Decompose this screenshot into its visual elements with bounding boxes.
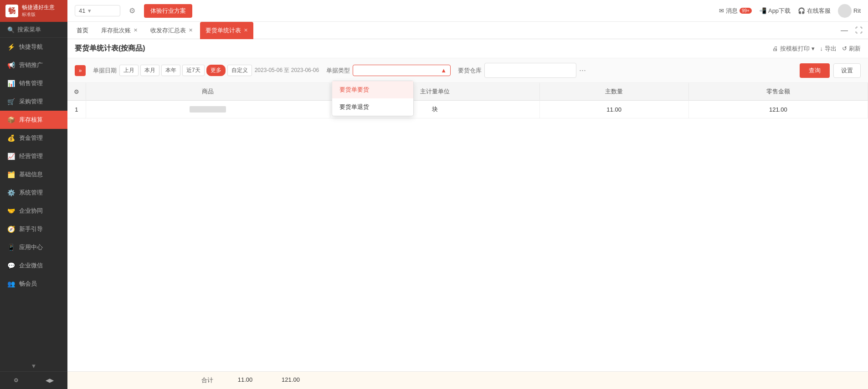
- sidebar-item-operation[interactable]: 📈 经营管理: [0, 147, 67, 165]
- sidebar-item-label: 应用中心: [19, 243, 43, 251]
- type-filter-input[interactable]: [353, 65, 437, 76]
- refresh-icon: ↺: [842, 45, 847, 52]
- sidebar-settings-btn[interactable]: ⚙: [10, 375, 22, 385]
- date-range-text: 2023-05-06 至 2023-06-06: [255, 67, 319, 74]
- sidebar-item-marketing[interactable]: 📢 营销推广: [0, 56, 67, 74]
- main-area: 41 ▾ ⚙ 体验行业方案 ✉ 消息 99+ 📲 App下载 🎧 在线客服 R: [67, 0, 868, 389]
- table-footer: 合计 11.00 121.00: [67, 371, 868, 389]
- search-icon: 🔍: [7, 26, 15, 33]
- close-icon[interactable]: ✕: [134, 27, 138, 33]
- sidebar-item-system[interactable]: ⚙️ 系统管理: [0, 184, 67, 202]
- table-row: 1 块 11.00 121.00: [67, 101, 868, 118]
- footer-total-quantity: 11.00: [222, 376, 268, 384]
- col-unit-label: 主计量单位: [420, 88, 450, 95]
- chevron-up-icon[interactable]: ▲: [437, 65, 450, 76]
- query-btn[interactable]: 查询: [800, 63, 830, 78]
- filter-expand-btn[interactable]: »: [75, 65, 86, 76]
- tabs-minimize-btn[interactable]: —: [839, 25, 850, 36]
- member-icon: 👥: [6, 279, 15, 288]
- warehouse-filter-group: 要货仓库 ···: [458, 63, 586, 78]
- date-filter-group: 单据日期 上月 本月 本年 近7天 更多 自定义 2023-05-06 至 20…: [93, 65, 319, 76]
- inventory-icon: 📦: [6, 115, 15, 124]
- type-filter-input-wrap: ▲: [353, 65, 451, 76]
- sidebar-nav: ⚡ 快捷导航 📢 营销推广 📊 销售管理 🛒 采购管理 📦 库存核算 💰 资金管…: [0, 38, 67, 361]
- sidebar-item-wechat[interactable]: 💬 企业微信: [0, 256, 67, 275]
- tab-home[interactable]: 首页: [71, 22, 94, 39]
- tab-batch-account[interactable]: 库存批次账 ✕: [96, 22, 143, 39]
- quick-nav-icon: ⚡: [6, 42, 15, 51]
- sidebar-item-finance[interactable]: 💰 资金管理: [0, 129, 67, 147]
- export-btn[interactable]: ↓ 导出: [820, 45, 837, 53]
- sidebar-item-appstore[interactable]: 📱 应用中心: [0, 238, 67, 256]
- trial-btn[interactable]: 体验行业方案: [144, 4, 192, 18]
- column-settings-icon[interactable]: ⚙: [74, 88, 79, 95]
- amount-value: 121.00: [769, 106, 787, 113]
- tabs-maximize-btn[interactable]: ⛶: [853, 25, 864, 36]
- warehouse-input[interactable]: [488, 65, 572, 76]
- sidebar-item-member[interactable]: 👥 畅会员: [0, 275, 67, 293]
- sidebar-item-basic[interactable]: 🗂️ 基础信息: [0, 165, 67, 184]
- message-btn[interactable]: ✉ 消息 99+: [719, 7, 752, 15]
- avatar: [838, 4, 852, 18]
- sidebar-item-inventory[interactable]: 📦 库存核算: [0, 111, 67, 129]
- system-icon: ⚙️: [6, 188, 15, 197]
- wechat-icon: 💬: [6, 261, 15, 270]
- more-filters-icon[interactable]: ···: [579, 66, 586, 75]
- filter-settings-btn[interactable]: 设置: [833, 63, 861, 78]
- sidebar-item-sales[interactable]: 📊 销售管理: [0, 74, 67, 92]
- refresh-btn[interactable]: ↺ 刷新: [842, 45, 861, 53]
- sidebar-scroll-down[interactable]: ▼: [0, 361, 67, 371]
- tabs-actions: — ⛶: [839, 25, 864, 36]
- col-quantity-label: 主数量: [605, 88, 623, 95]
- message-icon: ✉: [719, 7, 724, 14]
- tab-order-summary[interactable]: 要货单统计表 ✕: [200, 22, 253, 39]
- sidebar-item-quick-nav[interactable]: ⚡ 快捷导航: [0, 38, 67, 56]
- col-settings[interactable]: ⚙: [67, 83, 86, 101]
- col-amount: 零售金额: [688, 83, 868, 101]
- sidebar-collapse-btn[interactable]: ◀▶: [42, 375, 57, 385]
- print-template-btn[interactable]: 🖨 按模板打印 ▾: [772, 45, 815, 53]
- sidebar-item-enterprise[interactable]: 🤝 企业协同: [0, 202, 67, 220]
- search-menu-btn[interactable]: 🔍 搜索菜单: [0, 22, 67, 38]
- date-btn-more[interactable]: 更多: [206, 65, 226, 76]
- tab-receive-summary-label: 收发存汇总表: [150, 26, 186, 35]
- close-icon[interactable]: ✕: [244, 27, 248, 33]
- print-label: 按模板打印: [780, 45, 810, 53]
- tabs-bar: 首页 库存批次账 ✕ 收发存汇总表 ✕ 要货单统计表 ✕ — ⛶: [67, 22, 868, 39]
- close-icon[interactable]: ✕: [189, 27, 193, 33]
- export-icon: ↓: [820, 45, 823, 52]
- header-right: ✉ 消息 99+ 📲 App下载 🎧 在线客服 Rit: [719, 4, 861, 18]
- sidebar: 畅 畅捷通好生意 标准版 🔍 搜索菜单 ⚡ 快捷导航 📢 营销推广 📊 销售管理…: [0, 0, 67, 389]
- sidebar-item-guide[interactable]: 🧭 新手引导: [0, 220, 67, 238]
- date-btn-this-month[interactable]: 本月: [140, 65, 159, 76]
- export-label: 导出: [825, 45, 837, 53]
- chevron-down-icon: ▾: [88, 7, 91, 14]
- date-buttons: 上月 本月 本年 近7天 更多 自定义: [119, 65, 252, 76]
- date-btn-last-month[interactable]: 上月: [119, 65, 139, 76]
- app-download-btn[interactable]: 📲 App下载: [759, 7, 791, 15]
- online-service-btn[interactable]: 🎧 在线客服: [798, 7, 831, 15]
- chevron-down-icon: ▾: [812, 45, 815, 52]
- sidebar-logo: 畅 畅捷通好生意 标准版: [0, 0, 67, 22]
- sidebar-item-label: 系统管理: [19, 189, 43, 197]
- company-selector[interactable]: 41 ▾: [75, 5, 120, 16]
- type-filter-label: 单据类型: [326, 67, 350, 75]
- dropdown-item-label: 要货单要货: [339, 86, 369, 93]
- header-left: 41 ▾ ⚙ 体验行业方案: [75, 4, 192, 18]
- header-settings-btn[interactable]: ⚙: [126, 5, 139, 17]
- col-amount-label: 零售金额: [766, 88, 790, 95]
- user-name: Rit: [853, 7, 861, 14]
- date-btn-custom[interactable]: 自定义: [227, 65, 252, 76]
- user-menu[interactable]: Rit: [838, 4, 861, 18]
- warehouse-input-wrap: [484, 63, 576, 78]
- date-btn-7days[interactable]: 近7天: [182, 65, 205, 76]
- date-btn-this-year[interactable]: 本年: [161, 65, 180, 76]
- tab-order-summary-label: 要货单统计表: [205, 26, 241, 35]
- dropdown-item-order-return[interactable]: 要货单退货: [332, 98, 413, 116]
- dropdown-item-order-goods[interactable]: 要货单要货: [332, 81, 413, 98]
- page-content: 要货单统计表(按商品) 🖨 按模板打印 ▾ ↓ 导出 ↺ 刷新 »: [67, 39, 868, 389]
- top-header: 41 ▾ ⚙ 体验行业方案 ✉ 消息 99+ 📲 App下载 🎧 在线客服 R: [67, 0, 868, 22]
- quantity-value: 11.00: [606, 106, 621, 113]
- tab-receive-summary[interactable]: 收发存汇总表 ✕: [145, 22, 198, 39]
- sidebar-item-purchase[interactable]: 🛒 采购管理: [0, 92, 67, 111]
